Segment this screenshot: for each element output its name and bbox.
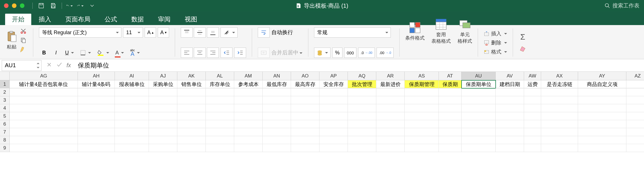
cell-AP2[interactable] xyxy=(319,88,348,96)
cell-AZ5[interactable] xyxy=(626,112,644,120)
name-box[interactable]: AU1 xyxy=(2,60,41,71)
cell-AL7[interactable] xyxy=(206,128,234,136)
cell-AW6[interactable] xyxy=(524,120,541,128)
cell-AQ6[interactable] xyxy=(348,120,376,128)
cell-AQ1[interactable]: 批次管理 xyxy=(348,80,376,88)
cell-AK7[interactable] xyxy=(177,128,206,136)
tab-page-layout[interactable]: 页面布局 xyxy=(59,14,97,25)
fx-icon[interactable]: fx xyxy=(67,62,71,69)
cell-AZ2[interactable] xyxy=(626,88,644,96)
cell-AP5[interactable] xyxy=(319,112,348,120)
cell-AS5[interactable] xyxy=(405,112,439,120)
column-header-AM[interactable]: AM xyxy=(234,72,263,80)
cell-AO3[interactable] xyxy=(291,96,319,104)
column-header-AK[interactable]: AK xyxy=(177,72,206,80)
italic-button[interactable]: I xyxy=(51,48,61,58)
autosave-icon[interactable] xyxy=(38,2,45,9)
cell-AY4[interactable] xyxy=(578,104,626,112)
table-format-button[interactable]: 套用 表格格式 xyxy=(431,18,451,44)
cell-AR8[interactable] xyxy=(376,136,405,144)
cell-AN4[interactable] xyxy=(263,104,291,112)
cell-AJ1[interactable]: 采购单位 xyxy=(149,80,177,88)
row-header-7[interactable]: 7 xyxy=(0,128,10,136)
increase-decimal-button[interactable]: .0→.00 xyxy=(358,48,375,58)
cell-AH1[interactable]: 辅计量4条码 xyxy=(78,80,115,88)
cell-AK2[interactable] xyxy=(177,88,206,96)
close-window-button[interactable] xyxy=(4,3,9,8)
cell-AN2[interactable] xyxy=(263,88,291,96)
clear-button[interactable] xyxy=(519,45,527,52)
cell-AX2[interactable] xyxy=(541,88,578,96)
row-header-1[interactable]: 1 xyxy=(0,80,10,88)
row-header-9[interactable]: 9 xyxy=(0,144,10,152)
cell-AV9[interactable] xyxy=(496,144,524,152)
phonetic-guide-button[interactable]: abcA xyxy=(128,48,142,58)
cell-AN7[interactable] xyxy=(263,128,291,136)
cell-AL6[interactable] xyxy=(206,120,234,128)
cell-AL8[interactable] xyxy=(206,136,234,144)
cell-AK4[interactable] xyxy=(177,104,206,112)
cell-AX9[interactable] xyxy=(541,144,578,152)
cell-AW9[interactable] xyxy=(524,144,541,152)
redo-button[interactable] xyxy=(77,2,84,9)
tab-formulas[interactable]: 公式 xyxy=(98,14,124,25)
cell-AM5[interactable] xyxy=(234,112,263,120)
tab-view[interactable]: 视图 xyxy=(178,14,204,25)
cell-AR9[interactable] xyxy=(376,144,405,152)
fill-color-button[interactable] xyxy=(95,48,111,58)
percent-format-button[interactable]: % xyxy=(332,48,342,58)
font-color-button[interactable]: A xyxy=(113,48,126,58)
column-header-AZ[interactable]: AZ xyxy=(626,72,644,80)
cell-AX6[interactable] xyxy=(541,120,578,128)
cell-AP1[interactable]: 安全库存 xyxy=(319,80,348,88)
column-header-AT[interactable]: AT xyxy=(439,72,462,80)
orientation-button[interactable]: ab xyxy=(221,27,238,38)
cell-AU7[interactable] xyxy=(462,128,496,136)
cell-AQ2[interactable] xyxy=(348,88,376,96)
cell-AM3[interactable] xyxy=(234,96,263,104)
cell-AS6[interactable] xyxy=(405,120,439,128)
cut-button[interactable] xyxy=(19,27,27,35)
cell-AU9[interactable] xyxy=(462,144,496,152)
bold-button[interactable]: B xyxy=(39,48,49,58)
cell-AQ8[interactable] xyxy=(348,136,376,144)
cell-AK6[interactable] xyxy=(177,120,206,128)
cell-AM6[interactable] xyxy=(234,120,263,128)
cell-AR1[interactable]: 最新进价 xyxy=(376,80,405,88)
row-header-2[interactable]: 2 xyxy=(0,88,10,96)
cell-AP6[interactable] xyxy=(319,120,348,128)
cell-AR4[interactable] xyxy=(376,104,405,112)
cell-AR5[interactable] xyxy=(376,112,405,120)
cell-AU6[interactable] xyxy=(462,120,496,128)
cell-AU4[interactable] xyxy=(462,104,496,112)
cell-AM4[interactable] xyxy=(234,104,263,112)
column-header-AR[interactable]: AR xyxy=(376,72,405,80)
cell-AJ4[interactable] xyxy=(149,104,177,112)
cell-AG5[interactable] xyxy=(10,112,78,120)
cell-AO4[interactable] xyxy=(291,104,319,112)
cell-AV4[interactable] xyxy=(496,104,524,112)
number-format-select[interactable]: 常规 xyxy=(314,27,391,38)
cell-AQ5[interactable] xyxy=(348,112,376,120)
cell-AT4[interactable] xyxy=(439,104,462,112)
cell-AI4[interactable] xyxy=(115,104,149,112)
cell-AT6[interactable] xyxy=(439,120,462,128)
cell-AL9[interactable] xyxy=(206,144,234,152)
cell-AK1[interactable]: 销售单位 xyxy=(177,80,206,88)
cell-AO7[interactable] xyxy=(291,128,319,136)
cell-AK5[interactable] xyxy=(177,112,206,120)
cell-AS3[interactable] xyxy=(405,96,439,104)
column-header-AW[interactable]: AW xyxy=(524,72,541,80)
comma-format-button[interactable]: 000 xyxy=(344,48,356,58)
cell-AX4[interactable] xyxy=(541,104,578,112)
decrease-indent-button[interactable] xyxy=(221,48,232,58)
tab-data[interactable]: 数据 xyxy=(124,14,151,25)
search-box[interactable]: 搜索工作表 xyxy=(604,2,639,9)
cell-AO1[interactable]: 最高库存 xyxy=(291,80,319,88)
column-header-AJ[interactable]: AJ xyxy=(149,72,177,80)
undo-button[interactable] xyxy=(66,2,73,9)
save-button[interactable] xyxy=(50,2,57,9)
spreadsheet-grid[interactable]: AGAHAIAJAKALAMANAOAPAQARASATAUAVAWAXAYAZ… xyxy=(0,72,644,176)
cell-AZ8[interactable] xyxy=(626,136,644,144)
cell-AH8[interactable] xyxy=(78,136,115,144)
